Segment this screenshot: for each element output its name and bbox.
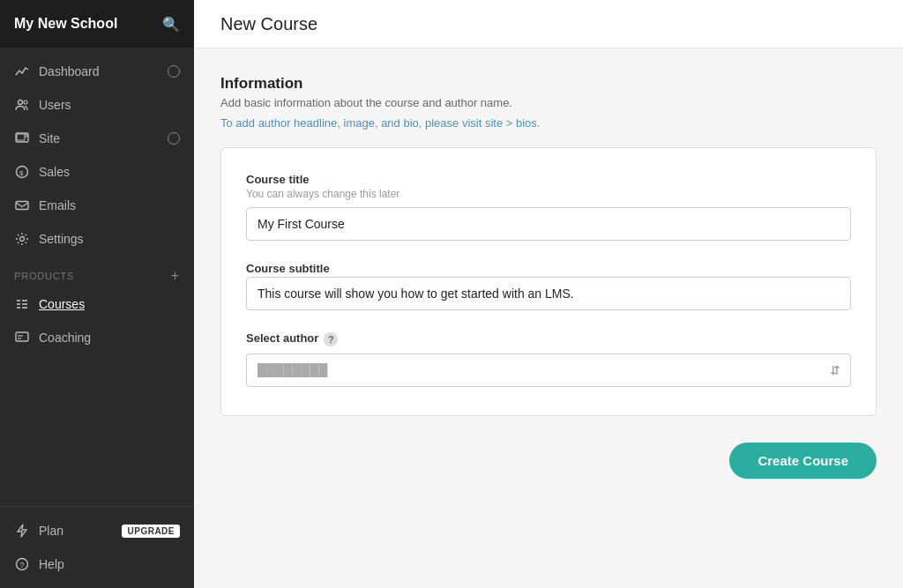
svg-text:$: $ bbox=[19, 169, 24, 177]
school-name: My New School bbox=[14, 16, 117, 32]
course-subtitle-label: Course subtitle bbox=[246, 262, 851, 275]
sidebar-item-help[interactable]: ? Help bbox=[0, 547, 194, 581]
coaching-icon bbox=[14, 330, 30, 346]
sidebar-item-sales[interactable]: $ Sales bbox=[0, 155, 194, 189]
dashboard-status-circle bbox=[168, 65, 180, 78]
settings-icon bbox=[14, 231, 30, 247]
course-title-label: Course title bbox=[246, 173, 851, 186]
sidebar-item-plan[interactable]: Plan UPGRADE bbox=[0, 514, 194, 547]
info-section-link: To add author headline, image, and bio, … bbox=[220, 116, 877, 130]
page-title: New Course bbox=[220, 14, 317, 34]
info-section-title: Information bbox=[220, 75, 877, 93]
svg-point-8 bbox=[20, 237, 25, 242]
main-body: Information Add basic information about … bbox=[194, 48, 903, 588]
select-author-group: Select author ? ████████ ⇵ bbox=[246, 331, 851, 387]
sidebar-item-users[interactable]: Users bbox=[0, 88, 194, 122]
svg-rect-4 bbox=[26, 134, 27, 137]
main-header: New Course bbox=[194, 0, 903, 48]
trend-icon bbox=[14, 63, 30, 79]
sidebar-nav: Dashboard Users bbox=[0, 48, 194, 506]
svg-marker-18 bbox=[18, 525, 26, 537]
sidebar-item-settings[interactable]: Settings bbox=[0, 222, 194, 256]
svg-rect-3 bbox=[17, 134, 25, 140]
svg-point-0 bbox=[19, 100, 23, 105]
lightning-icon bbox=[14, 523, 30, 539]
sidebar-item-emails[interactable]: Emails bbox=[0, 189, 194, 222]
actions-row: Create Course bbox=[220, 434, 877, 488]
sidebar: My New School 🔍 Dashboard bbox=[0, 0, 194, 588]
emails-icon bbox=[14, 197, 30, 213]
sidebar-item-coaching[interactable]: Coaching bbox=[0, 321, 194, 354]
help-icon: ? bbox=[14, 556, 30, 572]
course-subtitle-input[interactable] bbox=[246, 277, 851, 310]
info-section-subtitle: Add basic information about the course a… bbox=[220, 96, 877, 109]
site-status-circle bbox=[168, 132, 180, 145]
course-title-group: Course title You can always change this … bbox=[246, 173, 851, 241]
sidebar-item-site[interactable]: Site bbox=[0, 122, 194, 155]
site-icon bbox=[14, 130, 30, 146]
author-select[interactable]: ████████ bbox=[246, 354, 851, 387]
search-icon[interactable]: 🔍 bbox=[162, 16, 180, 33]
sidebar-footer: Plan UPGRADE ? Help bbox=[0, 506, 194, 588]
courses-icon bbox=[14, 296, 30, 312]
products-section-label: PRODUCTS + bbox=[0, 256, 194, 287]
svg-rect-15 bbox=[16, 332, 28, 341]
add-product-button[interactable]: + bbox=[171, 268, 180, 284]
select-author-label: Select author bbox=[246, 331, 318, 345]
upgrade-badge: UPGRADE bbox=[122, 525, 180, 538]
author-help-icon[interactable]: ? bbox=[324, 332, 338, 346]
svg-point-1 bbox=[24, 100, 27, 104]
sidebar-item-dashboard[interactable]: Dashboard bbox=[0, 55, 194, 88]
form-card: Course title You can always change this … bbox=[220, 147, 877, 416]
sidebar-header: My New School 🔍 bbox=[0, 0, 194, 48]
author-select-wrapper: ████████ ⇵ bbox=[246, 354, 851, 387]
sidebar-item-courses[interactable]: Courses bbox=[0, 287, 194, 321]
svg-text:?: ? bbox=[20, 561, 25, 569]
sales-icon: $ bbox=[14, 164, 30, 180]
course-title-input[interactable] bbox=[246, 207, 851, 241]
users-icon bbox=[14, 97, 30, 113]
svg-rect-7 bbox=[16, 202, 28, 210]
course-subtitle-group: Course subtitle bbox=[246, 262, 851, 310]
main-content: New Course Information Add basic informa… bbox=[194, 0, 903, 588]
course-title-hint: You can always change this later bbox=[246, 188, 851, 200]
create-course-button[interactable]: Create Course bbox=[729, 443, 877, 479]
